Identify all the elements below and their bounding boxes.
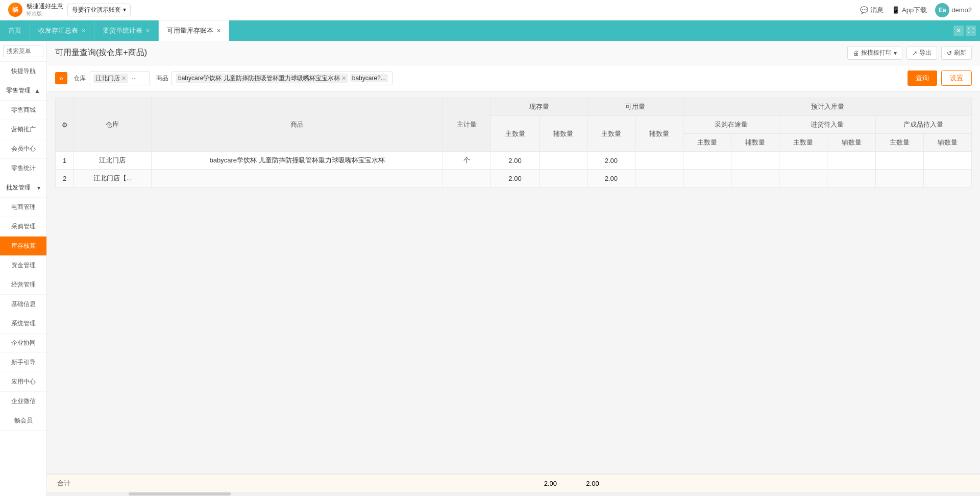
warehouse-tag: 江北门店 ✕	[93, 74, 128, 83]
product-tag-2-text: babycare?...	[352, 75, 386, 82]
col-settings-header[interactable]: ⚙	[56, 98, 74, 152]
data-table: ⚙ 仓库 商品 主计量 现存量 可用量 预计入库量 主数量 辅数量 主数量 辅数…	[55, 98, 972, 187]
product-tag-input[interactable]: babycare学饮杯 儿童防摔防撞吸管杯重力球吸嘴杯宝宝水杯 ✕ babyca…	[172, 72, 393, 85]
col-warehouse-header: 仓库	[74, 98, 152, 152]
chevron-down-icon: ▾	[894, 50, 897, 57]
warehouse-tag-close[interactable]: ✕	[121, 75, 126, 82]
tab-order-stats[interactable]: 要货单统计表 ✕	[94, 20, 159, 41]
sidebar-item-marketing[interactable]: 营销推广	[0, 120, 46, 139]
row-2-available-main: 2.00	[587, 170, 635, 187]
close-icon[interactable]: ✕	[145, 28, 150, 34]
bottom-scrollbar[interactable]	[47, 492, 980, 496]
warehouse-label: 仓库	[74, 74, 86, 83]
tab-receive-summary[interactable]: 收发存汇总表 ✕	[30, 20, 94, 41]
sidebar-item-new-guide[interactable]: 新手引导	[0, 353, 46, 372]
filter-expand-btn[interactable]: »	[55, 72, 67, 84]
row-2-incoming-aux	[827, 170, 875, 187]
tab-available-ledger[interactable]: 可用量库存账本 ✕	[159, 20, 229, 41]
sidebar-item-finance[interactable]: 资金管理	[0, 256, 46, 275]
sidebar-item-wholesale[interactable]: 批发管理 ▾	[0, 178, 46, 198]
warehouse-tag-input[interactable]: 江北门店 ✕ ···	[89, 72, 150, 85]
maximize-btn[interactable]: ⛶	[966, 26, 976, 36]
warehouse-ellipsis[interactable]: ···	[130, 75, 135, 82]
close-window-btn[interactable]: ✕	[953, 26, 964, 36]
refresh-label: 刷新	[954, 49, 966, 57]
row-2-warehouse: 江北门店【...	[74, 170, 152, 187]
sidebar-item-inventory[interactable]: 库存核算	[0, 237, 46, 256]
table-header-row-1: ⚙ 仓库 商品 主计量 现存量 可用量 预计入库量	[56, 98, 972, 116]
avatar: Ea	[935, 3, 949, 17]
product-tag-2: babycare?...	[350, 74, 388, 82]
message-icon: 💬	[860, 6, 868, 14]
row-2-current-main: 2.00	[491, 170, 539, 187]
page-header: 可用量查询(按仓库+商品) 🖨 按模板打印 ▾ ↗ 导出 ↺ 刷新	[47, 41, 980, 65]
settings-button[interactable]: 设置	[941, 70, 972, 86]
sidebar-item-purchase[interactable]: 采购管理	[0, 217, 46, 237]
chevron-icon: ▲	[34, 87, 40, 95]
col-product-header: 商品	[151, 98, 443, 152]
tab-receive-summary-label: 收发存汇总表	[38, 26, 78, 35]
row-2-available-aux	[635, 170, 683, 187]
tab-order-stats-label: 要货单统计表	[103, 26, 142, 35]
query-button[interactable]: 查询	[908, 70, 937, 86]
sidebar-item-app-center[interactable]: 应用中心	[0, 372, 46, 392]
scrollbar-thumb[interactable]	[129, 492, 231, 495]
col-incoming-header: 进货待入量	[779, 116, 875, 134]
table-area: ⚙ 仓库 商品 主计量 现存量 可用量 预计入库量 主数量 辅数量 主数量 辅数…	[47, 91, 980, 474]
row-1-available-aux	[635, 152, 683, 170]
row-2-purchase-aux	[731, 170, 779, 187]
sidebar-item-enterprise-wechat[interactable]: 企业微信	[0, 392, 46, 411]
row-2-finished-main	[875, 170, 923, 187]
sidebar-item-enterprise-collab[interactable]: 企业协同	[0, 334, 46, 353]
user-name: demo2	[951, 6, 972, 14]
tab-home-label: 首页	[8, 26, 21, 35]
sidebar-item-base-info[interactable]: 基础信息	[0, 295, 46, 314]
message-label: 消息	[870, 6, 884, 15]
sidebar-item-operations[interactable]: 经营管理	[0, 275, 46, 295]
nav-tabs: 首页 收发存汇总表 ✕ 要货单统计表 ✕ 可用量库存账本 ✕ ✕ ⛶	[0, 20, 980, 41]
row-1-warehouse: 江北门店	[74, 152, 152, 170]
warehouse-tag-text: 江北门店	[95, 74, 120, 83]
close-icon[interactable]: ✕	[216, 28, 221, 34]
sidebar-item-member[interactable]: 畅会员	[0, 411, 46, 431]
print-icon: 🖨	[853, 50, 859, 57]
account-selector[interactable]: 母婴行业演示账套 ▾	[67, 4, 131, 16]
app-logo: 畅	[8, 3, 22, 17]
col-finished-header: 产成品待入量	[875, 116, 971, 134]
window-buttons: ✕ ⛶	[949, 20, 980, 41]
app-download-btn[interactable]: 📱 App下载	[892, 6, 927, 15]
sidebar-item-zero-retail[interactable]: 零售管理 ▲	[0, 81, 46, 101]
row-1-incoming-main	[779, 152, 827, 170]
user-profile[interactable]: Ea demo2	[935, 3, 972, 17]
col-finished-aux-header: 辅数量	[923, 134, 971, 152]
tab-home[interactable]: 首页	[0, 20, 30, 41]
sidebar-item-retail-stats[interactable]: 零售统计	[0, 159, 46, 178]
app-download-icon: 📱	[892, 6, 900, 14]
summary-label: 合计	[55, 479, 70, 488]
sidebar-item-quick-nav[interactable]: 快捷导航	[0, 62, 46, 81]
row-1-unit: 个	[443, 152, 491, 170]
top-bar: 畅 畅捷通好生意 标准版 母婴行业演示账套 ▾ 💬 消息 📱 App下载 Ea …	[0, 0, 980, 20]
row-1-available-main: 2.00	[587, 152, 635, 170]
col-finished-main-header: 主数量	[875, 134, 923, 152]
product-filter: 商品 babycare学饮杯 儿童防摔防撞吸管杯重力球吸嘴杯宝宝水杯 ✕ bab…	[156, 72, 393, 85]
template-print-btn[interactable]: 🖨 按模板打印 ▾	[847, 46, 902, 60]
sidebar-item-ecommerce[interactable]: 电商管理	[0, 198, 46, 217]
search-input[interactable]	[3, 45, 43, 57]
export-btn[interactable]: ↗ 导出	[906, 46, 937, 60]
warehouse-filter: 仓库 江北门店 ✕ ···	[74, 72, 150, 85]
col-current-main-header: 主数量	[491, 116, 539, 152]
message-btn[interactable]: 💬 消息	[860, 6, 884, 15]
refresh-btn[interactable]: ↺ 刷新	[941, 46, 972, 60]
sidebar-item-retail-mall[interactable]: 零售商城	[0, 101, 46, 120]
top-bar-right: 💬 消息 📱 App下载 Ea demo2	[860, 3, 972, 17]
table-row: 1 江北门店 babycare学饮杯 儿童防摔防撞吸管杯重力球吸嘴杯宝宝水杯 个…	[56, 152, 972, 170]
product-tag-1-text: babycare学饮杯 儿童防摔防撞吸管杯重力球吸嘴杯宝宝水杯	[178, 74, 340, 83]
col-purchase-main-header: 主数量	[683, 134, 731, 152]
close-icon[interactable]: ✕	[81, 28, 86, 34]
col-incoming-aux-header: 辅数量	[827, 134, 875, 152]
product-tag-1-close[interactable]: ✕	[341, 75, 346, 82]
sidebar-item-system[interactable]: 系统管理	[0, 314, 46, 334]
sidebar-item-member-center[interactable]: 会员中心	[0, 139, 46, 159]
nav-spacer	[229, 20, 949, 41]
